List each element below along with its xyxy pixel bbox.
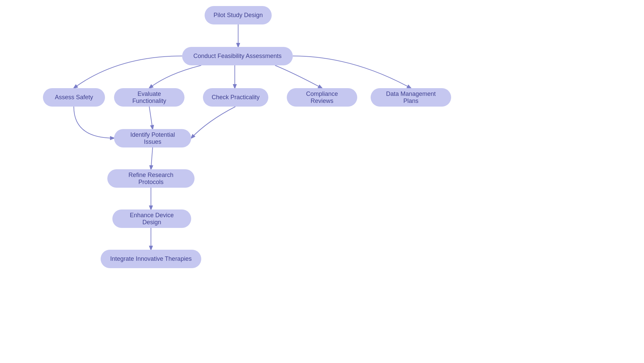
node-compliance-reviews: Compliance Reviews xyxy=(287,88,357,107)
connections-svg xyxy=(0,0,644,363)
svg-line-2 xyxy=(149,107,153,129)
svg-line-3 xyxy=(151,147,153,169)
node-assess-safety: Assess Safety xyxy=(43,88,105,107)
node-identify-issues: Identify Potential Issues xyxy=(114,129,191,147)
node-refine-protocols: Refine Research Protocols xyxy=(107,169,195,188)
node-evaluate-functionality: Evaluate Functionality xyxy=(114,88,184,107)
diagram-container: Pilot Study Design Conduct Feasibility A… xyxy=(0,0,644,363)
node-enhance-device: Enhance Device Design xyxy=(112,209,191,228)
node-data-management: Data Management Plans xyxy=(371,88,451,107)
node-conduct-feasibility: Conduct Feasibility Assessments xyxy=(182,47,293,65)
node-check-practicality: Check Practicality xyxy=(203,88,268,107)
node-pilot-study: Pilot Study Design xyxy=(205,6,272,24)
node-integrate-therapies: Integrate Innovative Therapies xyxy=(101,250,201,268)
